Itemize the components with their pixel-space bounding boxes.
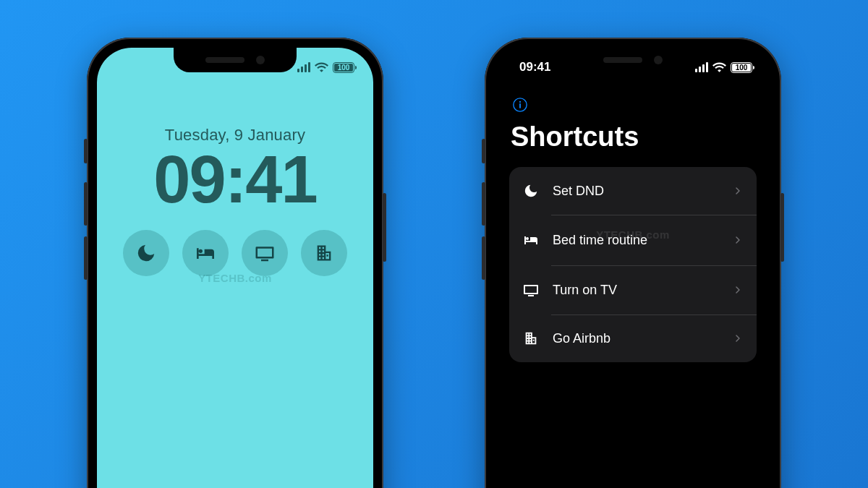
widget-bed[interactable]	[182, 230, 229, 276]
phone-shortcuts: 09:41 100 Shortcuts Set DND	[485, 38, 781, 488]
wifi-icon	[712, 61, 726, 74]
chevron-right-icon	[732, 333, 744, 344]
shortcut-go-airbnb[interactable]: Go Airbnb	[509, 314, 757, 362]
battery-icon: 100	[731, 62, 752, 73]
wifi-icon	[315, 61, 328, 74]
shortcut-turn-on-tv[interactable]: Turn on TV	[509, 265, 757, 314]
battery-icon: 100	[333, 62, 354, 73]
status-time: 09:41	[519, 60, 550, 74]
tv-icon	[254, 242, 276, 264]
cellular-icon	[695, 62, 709, 72]
widget-airbnb[interactable]	[301, 230, 347, 276]
notch	[571, 48, 694, 72]
phone-lockscreen: 100 Tuesday, 9 January 09:41 YTECHB.com	[87, 38, 383, 488]
shortcut-set-dnd[interactable]: Set DND	[509, 167, 757, 215]
shortcuts-list: Set DND Bed time routine Turn on TV Go A…	[509, 167, 757, 362]
notch	[174, 48, 297, 72]
watermark: YTECHB.com	[97, 272, 373, 284]
building-icon	[314, 243, 334, 263]
battery-level: 100	[736, 64, 748, 72]
widget-row	[97, 230, 373, 276]
widget-tv[interactable]	[242, 230, 288, 276]
chevron-right-icon	[732, 185, 744, 197]
bed-icon	[194, 241, 217, 265]
shortcut-label: Go Airbnb	[553, 331, 719, 346]
moon-icon	[135, 242, 157, 264]
lock-time: 09:41	[97, 146, 373, 214]
moon-icon	[522, 183, 540, 199]
cellular-icon	[297, 62, 311, 72]
battery-level: 100	[338, 64, 350, 72]
page-title: Shortcuts	[511, 121, 757, 153]
building-icon	[522, 330, 540, 346]
info-icon[interactable]	[512, 97, 528, 113]
shortcut-label: Set DND	[553, 184, 719, 199]
shortcut-label: Turn on TV	[553, 283, 719, 298]
tv-icon	[522, 281, 540, 299]
watermark: YTECHB.com	[495, 228, 771, 241]
chevron-right-icon	[732, 284, 744, 296]
widget-dnd[interactable]	[123, 230, 169, 276]
